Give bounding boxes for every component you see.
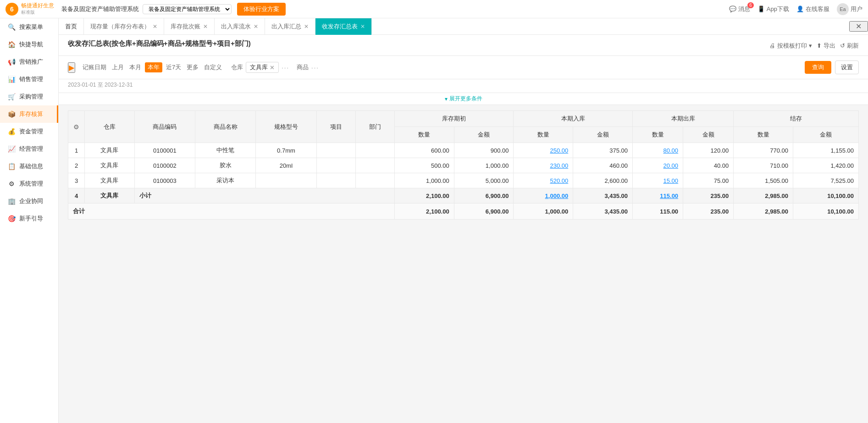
sidebar-item-quick-nav[interactable]: 🏠快捷导航 [0,36,58,53]
table-container: ⚙ 仓库 商品编码 商品名称 规格型号 项目 部门 库存期初 本期入库 本期出 [59,105,868,220]
system-select[interactable]: 装备及固定资产辅助管理系统 [143,4,232,14]
subtotal-in-qty[interactable]: 1,000.00 [514,188,573,203]
total-out-amt: 235.00 [683,203,734,220]
tabs-close-all-button[interactable]: ✕ [849,21,868,32]
row-open-amt-1: 1,000.00 [454,158,514,173]
subtotal-label: 小计 [134,188,394,203]
page-toolbar: 🖨 按模板打印 ▾ ⬆ 导出 ↺ 刷新 [769,42,859,50]
message-badge: 6 [747,2,754,8]
tab-inout-summary[interactable]: 出入库汇总✕ [265,18,315,35]
chevron-down-icon: ▾ [809,42,812,49]
tab-close-inout-summary[interactable]: ✕ [304,23,309,30]
page-title: 收发存汇总表(按仓库+商品编码+商品+规格型号+项目+部门) [68,39,251,52]
this-month-btn[interactable]: 本月 [127,62,143,72]
sidebar-label-basic-info: 基础信息 [19,162,43,170]
row-project-2 [316,173,355,188]
sidebar-item-sales[interactable]: 📊销售管理 [0,71,58,88]
tab-close-inout-flow[interactable]: ✕ [254,23,258,30]
row-project-1 [316,158,355,173]
query-button[interactable]: 查询 [805,61,831,74]
row-spec-2 [256,173,316,188]
expand-more-button[interactable]: ▾ 展开更多条件 [445,95,482,103]
tab-home[interactable]: 首页 [59,18,84,35]
refresh-icon: ↺ [840,42,845,49]
row-in-qty-2[interactable]: 520.00 [514,173,573,188]
app-download-action[interactable]: 📱 App下载 [757,5,789,13]
col-balance-header: 结存 [734,111,859,127]
tab-close-inventory-dist[interactable]: ✕ [153,23,157,30]
message-action[interactable]: 💬 消息 6 [729,5,750,13]
sidebar-label-enterprise: 企业协同 [19,197,43,205]
user-area[interactable]: Ea 用户 [837,3,862,15]
table-row: 2 文具库 0100002 胶水 20ml 500.00 1,000.00 23… [68,158,859,173]
tab-recv-send[interactable]: 收发存汇总表✕ [315,18,372,35]
row-goods-2: 采访本 [195,173,256,188]
total-bal-amt: 10,100.00 [793,203,858,220]
custom-date-btn[interactable]: 自定义 [202,62,224,72]
sidebar-item-operations[interactable]: 📈经营管理 [0,140,58,158]
col-in-header: 本期入库 [514,111,633,127]
subtotal-out-qty[interactable]: 115.00 [632,188,683,203]
row-out-qty-1[interactable]: 20.00 [632,158,683,173]
filter-settings-button[interactable]: 设置 [835,60,859,74]
online-service-action[interactable]: 👤 在线客服 [796,5,829,13]
sidebar-item-inventory[interactable]: 📦库存核算 [0,105,58,123]
sidebar-label-inventory: 库存核算 [19,110,43,118]
sidebar-item-finance[interactable]: 💰资金管理 [0,123,58,140]
last-7days-btn[interactable]: 近7天 [164,62,183,72]
tab-inout-flow[interactable]: 出入库流水✕ [215,18,265,35]
row-out-amt-0: 120.00 [683,143,734,158]
total-open-qty: 2,100.00 [394,203,454,220]
page-content: 收发存汇总表(按仓库+商品编码+商品+规格型号+项目+部门) 🖨 按模板打印 ▾… [59,35,868,423]
sidebar-item-basic-info[interactable]: 📋基础信息 [0,158,58,175]
logo-title: 畅捷通好生意 [21,2,54,10]
top-bar: 6 畅捷通好生意 标准版 装备及固定资产辅助管理系统 装备及固定资产辅助管理系统… [0,0,868,18]
sidebar-item-marketing[interactable]: 📢营销推广 [0,53,58,71]
col-goods-header: 商品名称 [195,111,256,143]
experience-button[interactable]: 体验行业方案 [237,3,286,16]
subtotal-open-amt: 6,900.00 [454,188,514,203]
app-download-label: App下载 [767,5,789,13]
sidebar-item-search[interactable]: 🔍搜索菜单 [0,18,58,36]
app-logo-icon: 6 [6,3,18,16]
sidebar-label-guide: 新手引导 [19,214,43,223]
print-button[interactable]: 🖨 按模板打印 ▾ [769,42,812,50]
export-button[interactable]: ⬆ 导出 [817,42,835,50]
warehouse-filter-section: 仓库 文具库 ✕ ··· [231,62,289,73]
row-in-qty-1[interactable]: 230.00 [514,158,573,173]
in-amt-header: 金额 [573,127,633,143]
row-dept-0 [355,143,394,158]
sidebar-label-finance: 资金管理 [19,127,43,136]
row-out-qty-2[interactable]: 15.00 [632,173,683,188]
this-year-btn[interactable]: 本年 [145,62,162,72]
sidebar-item-enterprise[interactable]: 🏢企业协同 [0,192,58,210]
row-no-2: 3 [68,173,85,188]
row-bal-qty-1: 710.00 [734,158,793,173]
last-month-btn[interactable]: 上月 [110,62,126,72]
row-open-amt-2: 5,000.00 [454,173,514,188]
table-settings-header[interactable]: ⚙ [68,111,85,143]
warehouse-more-dots[interactable]: ··· [282,64,289,71]
row-out-qty-0[interactable]: 80.00 [632,143,683,158]
filter-collapse-button[interactable]: ▶ [68,62,75,73]
row-bal-qty-0: 770.00 [734,143,793,158]
total-open-amt: 6,900.00 [454,203,514,220]
refresh-button[interactable]: ↺ 刷新 [840,42,859,50]
warehouse-tag-close[interactable]: ✕ [270,64,275,71]
sidebar-item-purchase[interactable]: 🛒采购管理 [0,88,58,105]
goods-more-dots[interactable]: ··· [311,64,319,71]
tab-close-batch[interactable]: ✕ [203,23,208,30]
more-date-btn[interactable]: 更多 [185,62,200,72]
expand-arrow-icon: ▾ [445,96,448,102]
logo-badge: 标准版 [21,9,54,16]
user-label: 用户 [851,5,862,13]
sidebar-item-system[interactable]: ⚙系统管理 [0,175,58,192]
logo-text-area: 畅捷通好生意 标准版 [21,2,54,16]
col-warehouse-header: 仓库 [85,111,135,143]
date-buttons: 上月 本月 本年 近7天 更多 自定义 [110,62,224,72]
tab-close-recv-send[interactable]: ✕ [360,23,365,30]
sidebar-item-guide[interactable]: 🎯新手引导 [0,210,58,227]
tab-inventory-dist[interactable]: 现存量（库存分布表）✕ [84,18,164,35]
tab-batch[interactable]: 库存批次账✕ [164,18,215,35]
row-in-qty-0[interactable]: 250.00 [514,143,573,158]
